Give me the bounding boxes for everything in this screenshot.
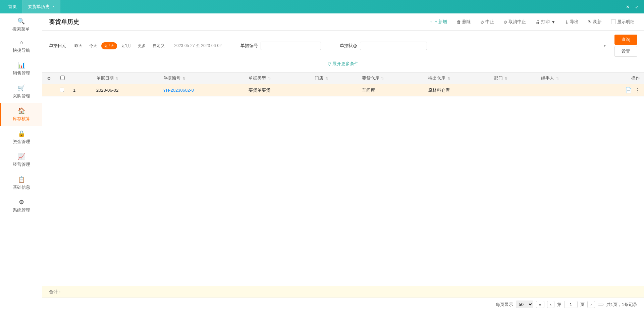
th-doc-date[interactable]: 单据日期 ⇅ <box>92 73 159 84</box>
prev-page-button[interactable]: ‹ <box>547 301 554 308</box>
sidebar-label-system: 系统管理 <box>13 207 30 213</box>
export-icon: ⤓ <box>565 19 569 25</box>
sidebar-search[interactable]: 🔍 搜索菜单 <box>0 13 42 35</box>
sidebar-label-purchase: 采购管理 <box>13 93 30 99</box>
expand-conditions-button[interactable]: ▽ 展开更多条件 <box>324 59 363 68</box>
stop-button[interactable]: ⊘ 中止 <box>478 17 497 26</box>
delete-icon: 🗑 <box>457 19 461 25</box>
display-cols-checkbox <box>611 19 616 24</box>
print-button[interactable]: 🖨 打印 ▼ <box>533 17 558 26</box>
search-icon: 🔍 <box>17 17 25 25</box>
page-size-select[interactable]: 50 100 <box>516 301 533 308</box>
date-opt-custom[interactable]: 自定义 <box>150 42 167 49</box>
doc-no-link[interactable]: YH-20230602-0 <box>163 88 194 93</box>
th-store[interactable]: 门店 ⇅ <box>311 73 358 84</box>
window-close-icon[interactable]: ✕ <box>626 4 630 9</box>
td-doc-type: 要货单要货 <box>245 84 311 96</box>
date-opt-yesterday[interactable]: 昨天 <box>72 42 85 49</box>
sort-icon-store: ⇅ <box>325 77 328 80</box>
delete-button[interactable]: 🗑 删除 <box>454 17 474 26</box>
td-actions: 📄 ⋮ <box>594 84 644 96</box>
page-title: 要货单历史 <box>49 18 79 26</box>
sidebar-item-purchase[interactable]: 🛒 采购管理 <box>0 80 42 103</box>
sidebar-item-quick-nav[interactable]: ⌂ 快捷导航 <box>0 35 42 57</box>
main-layout: 🔍 搜索菜单 ⌂ 快捷导航 📊 销售管理 🛒 采购管理 🏠 库存核算 🔒 资金管… <box>0 13 644 311</box>
sidebar-label-operations: 经营管理 <box>13 162 30 168</box>
cancel-stop-button[interactable]: ⊘ 取消中止 <box>501 17 529 26</box>
window-maximize-icon[interactable]: ⤢ <box>635 4 639 9</box>
row-edit-icon[interactable]: 📄 <box>625 87 632 93</box>
delete-label: 删除 <box>462 19 471 25</box>
page-suffix: 页 <box>580 302 585 308</box>
sort-icon-doc-date: ⇅ <box>115 77 118 80</box>
th-handler[interactable]: 经手人 ⇅ <box>537 73 594 84</box>
sort-icon-pending-warehouse: ⇅ <box>447 77 450 80</box>
doc-no-input[interactable] <box>261 42 321 50</box>
sidebar-label-finance: 资金管理 <box>13 139 30 145</box>
data-table: ⚙ 单据日期 ⇅ 单据编号 ⇅ 单据类型 ⇅ <box>42 73 644 96</box>
new-button[interactable]: ＋ + 新增 <box>426 17 450 26</box>
th-req-warehouse[interactable]: 要货仓库 ⇅ <box>358 73 424 84</box>
cancel-stop-label: 取消中止 <box>508 19 526 25</box>
sidebar-label-inventory: 库存核算 <box>13 116 30 122</box>
refresh-label: 刷新 <box>593 19 602 25</box>
sidebar-item-finance[interactable]: 🔒 资金管理 <box>0 126 42 149</box>
query-button[interactable]: 查询 <box>614 35 637 45</box>
row-checkbox[interactable] <box>60 88 64 92</box>
td-checkbox[interactable] <box>56 84 69 96</box>
td-settings <box>42 84 56 96</box>
table-area: ⚙ 单据日期 ⇅ 单据编号 ⇅ 单据类型 ⇅ <box>42 73 644 286</box>
th-settings[interactable]: ⚙ <box>42 73 56 84</box>
last-page-button[interactable] <box>598 304 604 306</box>
stop-label: 中止 <box>485 19 494 25</box>
operations-icon: 📈 <box>18 153 25 160</box>
first-page-button[interactable]: « <box>536 301 544 308</box>
doc-icon: 📋 <box>18 176 25 183</box>
date-opt-more[interactable]: 更多 <box>135 42 149 49</box>
th-doc-type[interactable]: 单据类型 ⇅ <box>245 73 311 84</box>
export-button[interactable]: ⤓ 导出 <box>562 17 581 26</box>
sidebar-item-inventory[interactable]: 🏠 库存核算 <box>0 103 42 126</box>
cart-icon: 🛒 <box>18 84 25 92</box>
refresh-button[interactable]: ↻ 刷新 <box>585 17 604 26</box>
date-opt-1month[interactable]: 近1月 <box>118 42 134 49</box>
total-info: 共1页，1条记录 <box>606 302 637 308</box>
page-number-input[interactable] <box>564 301 578 308</box>
date-range-text: 2023-05-27 至 2023-06-02 <box>174 43 221 49</box>
home-icon: ⌂ <box>20 39 23 46</box>
display-cols-label: 显示明细 <box>617 19 635 25</box>
sidebar-item-basic-info[interactable]: 📋 基础信息 <box>0 172 42 194</box>
sidebar-item-system[interactable]: ⚙ 系统管理 <box>0 194 42 217</box>
th-checkbox[interactable] <box>56 73 69 84</box>
print-dropdown-icon: ▼ <box>551 19 555 25</box>
top-bar-right: ✕ ⤢ <box>626 4 644 9</box>
sidebar-label-sales: 销售管理 <box>13 70 30 76</box>
doc-status-select[interactable] <box>360 42 427 50</box>
th-dept[interactable]: 部门 ⇅ <box>490 73 537 84</box>
expand-icon: ▽ <box>328 61 331 66</box>
date-options: 昨天 今天 近7天 近1月 更多 自定义 <box>72 42 167 49</box>
date-opt-7days[interactable]: 近7天 <box>101 42 117 49</box>
th-doc-no[interactable]: 单据编号 ⇅ <box>159 73 245 84</box>
tab-home[interactable]: 首页 <box>3 0 22 13</box>
td-row-no: 1 <box>69 84 92 96</box>
sort-icon-doc-no: ⇅ <box>182 77 185 80</box>
tab-requisition-history[interactable]: 要货单历史 × <box>22 0 60 13</box>
tab-close-icon[interactable]: × <box>52 4 55 9</box>
sidebar-label-quick-nav: 快捷导航 <box>13 47 30 53</box>
content-area: 要货单历史 ＋ + 新增 🗑 删除 ⊘ 中止 ⊘ 取消中止 <box>42 13 644 311</box>
row-more-icon[interactable]: ⋮ <box>635 87 640 93</box>
sidebar-item-sales[interactable]: 📊 销售管理 <box>0 57 42 80</box>
sidebar-item-operations[interactable]: 📈 经营管理 <box>0 149 42 172</box>
top-bar: 首页 要货单历史 × ✕ ⤢ <box>0 0 644 13</box>
td-pending-warehouse: 原材料仓库 <box>424 84 490 96</box>
setting-button[interactable]: 设置 <box>614 46 637 57</box>
sidebar-label-basic-info: 基础信息 <box>13 184 30 190</box>
select-all-checkbox[interactable] <box>60 76 65 80</box>
tab-home-label: 首页 <box>8 4 17 10</box>
td-doc-no[interactable]: YH-20230602-0 <box>159 84 245 96</box>
display-cols-button[interactable]: 显示明细 <box>608 17 637 26</box>
next-page-button[interactable]: › <box>587 301 595 308</box>
date-opt-today[interactable]: 今天 <box>87 42 100 49</box>
th-pending-warehouse[interactable]: 待出仓库 ⇅ <box>424 73 490 84</box>
